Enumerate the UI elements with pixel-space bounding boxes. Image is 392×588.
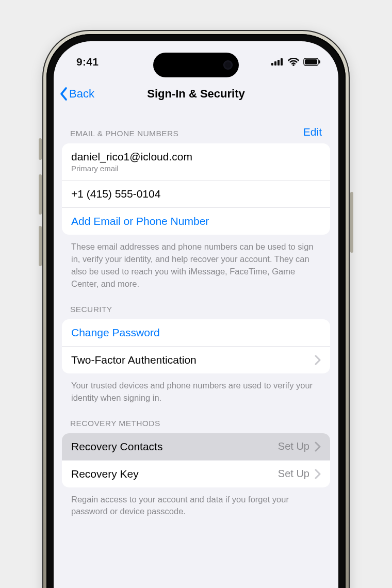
cellular-icon bbox=[271, 58, 284, 66]
section-header-email-phone: EMAIL & PHONE NUMBERS Edit bbox=[62, 111, 330, 143]
row-phone[interactable]: +1 (415) 555-0104 bbox=[62, 180, 330, 207]
section-header-security: SECURITY bbox=[62, 290, 330, 319]
svg-rect-6 bbox=[305, 59, 317, 64]
stage: 9:41 bbox=[0, 0, 392, 588]
section-label: SECURITY bbox=[70, 305, 112, 314]
chevron-right-icon bbox=[315, 469, 321, 479]
row-primary-email[interactable]: daniel_rico1@icloud.com Primary email bbox=[62, 143, 330, 180]
footer-recovery: Regain access to your account and data i… bbox=[62, 487, 330, 518]
side-button bbox=[350, 192, 353, 253]
svg-rect-1 bbox=[274, 61, 276, 66]
row-add-email-phone[interactable]: Add Email or Phone Number bbox=[62, 207, 330, 235]
email-subtitle: Primary email bbox=[71, 164, 192, 173]
battery-icon bbox=[303, 58, 321, 66]
footer-email-phone: These email addresses and phone numbers … bbox=[62, 235, 330, 290]
volume-up-button bbox=[39, 174, 42, 215]
status-time: 9:41 bbox=[76, 56, 99, 68]
section-header-recovery: RECOVERY METHODS bbox=[62, 404, 330, 433]
recovery-key-label: Recovery Key bbox=[71, 468, 139, 480]
nav-bar: Back Sign-In & Security bbox=[54, 79, 338, 108]
phone-frame: 9:41 bbox=[42, 30, 350, 588]
chevron-right-icon bbox=[315, 442, 321, 452]
recovery-contacts-value: Set Up bbox=[278, 440, 309, 452]
screen: 9:41 bbox=[54, 41, 338, 588]
row-recovery-contacts[interactable]: Recovery Contacts Set Up bbox=[62, 433, 330, 460]
svg-rect-7 bbox=[319, 60, 320, 63]
svg-rect-2 bbox=[277, 60, 280, 66]
section-label: EMAIL & PHONE NUMBERS bbox=[70, 129, 178, 138]
back-button[interactable]: Back bbox=[59, 79, 94, 108]
svg-rect-3 bbox=[281, 58, 283, 66]
recovery-contacts-label: Recovery Contacts bbox=[71, 440, 162, 453]
card-security: Change Password Two-Factor Authenticatio… bbox=[62, 319, 330, 373]
ring-switch bbox=[39, 138, 42, 160]
status-indicators bbox=[271, 58, 321, 66]
section-label: RECOVERY METHODS bbox=[70, 419, 160, 428]
svg-point-4 bbox=[292, 64, 295, 66]
email-value: daniel_rico1@icloud.com bbox=[71, 151, 192, 163]
chevron-left-icon bbox=[59, 87, 68, 101]
card-recovery: Recovery Contacts Set Up Recovery Key bbox=[62, 433, 330, 487]
page-title: Sign-In & Security bbox=[147, 87, 244, 101]
row-change-password[interactable]: Change Password bbox=[62, 319, 330, 346]
phone-bezel: 9:41 bbox=[46, 34, 346, 588]
two-factor-label: Two-Factor Authentication bbox=[71, 354, 197, 366]
row-recovery-key[interactable]: Recovery Key Set Up bbox=[62, 460, 330, 487]
edit-button[interactable]: Edit bbox=[303, 126, 322, 138]
add-email-phone-label: Add Email or Phone Number bbox=[71, 215, 209, 227]
footer-security: Your trusted devices and phone numbers a… bbox=[62, 373, 330, 404]
content: EMAIL & PHONE NUMBERS Edit daniel_rico1@… bbox=[54, 108, 338, 519]
status-bar: 9:41 bbox=[54, 41, 338, 79]
row-two-factor[interactable]: Two-Factor Authentication bbox=[62, 346, 330, 373]
phone-value: +1 (415) 555-0104 bbox=[71, 188, 160, 200]
card-email-phone: daniel_rico1@icloud.com Primary email +1… bbox=[62, 143, 330, 235]
svg-rect-0 bbox=[271, 63, 273, 66]
back-label: Back bbox=[69, 87, 94, 101]
volume-down-button bbox=[39, 226, 42, 266]
recovery-key-value: Set Up bbox=[278, 468, 309, 480]
change-password-label: Change Password bbox=[71, 326, 160, 339]
wifi-icon bbox=[288, 58, 299, 66]
chevron-right-icon bbox=[315, 355, 321, 365]
